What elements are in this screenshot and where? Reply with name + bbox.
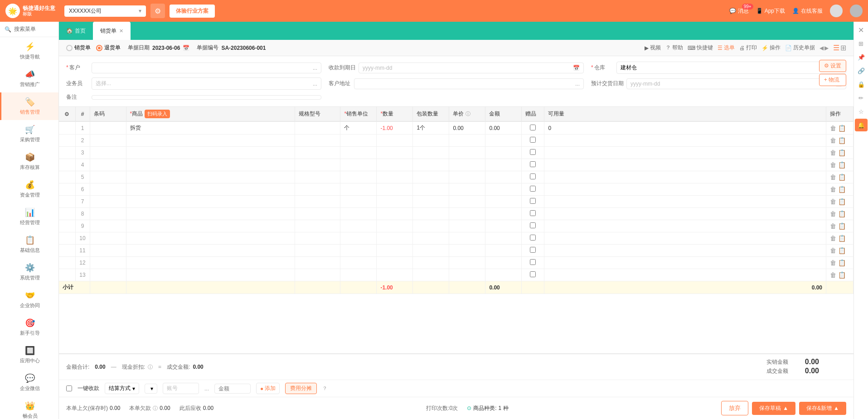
rs-grid-icon[interactable]: ⊞ [855,37,868,50]
cell-spec-4[interactable] [295,171,340,183]
cell-spec-12[interactable] [295,269,340,281]
cell-amount-11[interactable] [485,257,522,269]
sidebar-item-inventory[interactable]: 📦 库存核算 [0,148,58,175]
cell-unit-9[interactable] [340,232,377,245]
next-icon[interactable]: ▶ [824,45,829,51]
cell-price-11[interactable] [449,257,485,269]
cell-unit-4[interactable] [340,171,377,183]
copy-icon-0[interactable]: 📋 [838,125,846,132]
cell-pkg-11[interactable] [413,257,449,269]
sidebar-item-enterprise[interactable]: 🤝 企业协同 [0,286,58,313]
delete-icon-9[interactable]: 🗑 [830,235,836,242]
cell-spec-0[interactable] [295,121,340,135]
cell-amount-6[interactable] [485,196,522,208]
delete-icon-3[interactable]: 🗑 [830,161,836,169]
cell-amount-1[interactable] [485,135,522,147]
messages-button[interactable]: 💬 消息 99+ [729,7,749,15]
delete-icon-8[interactable]: 🗑 [830,222,836,230]
cell-barcode-8[interactable] [90,220,126,232]
cell-unit-10[interactable] [340,245,377,257]
cell-barcode-4[interactable] [90,171,126,183]
cell-barcode-7[interactable] [90,208,126,220]
copy-icon-1[interactable]: 📋 [838,137,846,144]
save-draft-arrow-icon[interactable]: ▲ [783,405,788,411]
cell-amount-9[interactable] [485,232,522,245]
copy-icon-11[interactable]: 📋 [838,259,846,266]
copy-icon-12[interactable]: 📋 [838,271,846,279]
cell-unit-2[interactable] [340,147,377,159]
rs-edit-icon[interactable]: ✏ [855,92,868,104]
account-more-icon[interactable]: ... [204,385,209,392]
right-sidebar-close[interactable]: ✕ [855,24,868,36]
cell-product-10[interactable] [126,245,295,257]
cell-spec-7[interactable] [295,208,340,220]
cell-gift-8[interactable] [522,220,544,232]
cell-pkg-8[interactable] [413,220,449,232]
copy-icon-2[interactable]: 📋 [838,149,846,156]
delete-icon-10[interactable]: 🗑 [830,247,836,254]
cell-price-6[interactable] [449,196,485,208]
account-input[interactable]: 账号 [163,383,199,394]
cell-product-4[interactable] [126,171,295,183]
delete-icon-12[interactable]: 🗑 [830,271,836,279]
cell-qty-10[interactable] [377,245,413,257]
due-date-input[interactable]: yyyy-mm-dd 📅 [359,63,584,73]
rs-pin-icon[interactable]: 📌 [855,51,868,63]
search-menu-item[interactable]: 🔍 搜索菜单 [0,22,58,37]
cell-barcode-0[interactable] [90,121,126,135]
cell-spec-8[interactable] [295,220,340,232]
calc-method2-selector[interactable]: ▾ [145,384,157,394]
split-help-icon[interactable]: ？ [322,385,327,392]
cell-product-0[interactable]: 拆货 [126,121,295,135]
price-info-icon[interactable]: ⓘ [466,111,470,116]
select-order-button[interactable]: ☰ 选单 [718,44,735,52]
cell-barcode-12[interactable] [90,269,126,281]
list-view-icon[interactable]: ☰ [833,43,839,52]
cell-spec-9[interactable] [295,232,340,245]
sidebar-item-finance[interactable]: 💰 资金管理 [0,175,58,203]
stat-owe-info[interactable]: ⓘ [153,405,158,412]
cell-unit-11[interactable] [340,257,377,269]
avatar-secondary[interactable] [850,5,863,17]
delete-icon-11[interactable]: 🗑 [830,259,836,266]
abandon-button[interactable]: 放弃 [721,401,748,415]
cell-product-8[interactable] [126,220,295,232]
save-new-arrow-icon[interactable]: ▲ [834,405,839,411]
sidebar-item-purchase[interactable]: 🛒 采购管理 [0,120,58,148]
cell-product-1[interactable] [126,135,295,147]
one-click-checkbox[interactable] [66,385,72,391]
addr-more-icon[interactable]: ... [575,81,580,87]
cell-gift-12[interactable] [522,269,544,281]
cell-qty-0[interactable]: -1.00 [377,121,413,135]
tab-sale-order[interactable]: 销货单 ✕ [93,22,131,40]
customer-addr-input[interactable]: ... [354,78,584,89]
cell-pkg-7[interactable] [413,208,449,220]
cell-unit-3[interactable] [340,159,377,171]
video-button[interactable]: ▶ 视频 [645,44,661,52]
cell-product-12[interactable] [126,269,295,281]
print-button[interactable]: 🖨 打印 [739,44,757,52]
cell-barcode-9[interactable] [90,232,126,245]
cell-product-7[interactable] [126,208,295,220]
sidebar-item-sales[interactable]: 🏷️ 销售管理 [0,92,58,120]
copy-icon-9[interactable]: 📋 [838,235,846,242]
tab-home[interactable]: 🏠 首页 [59,22,93,40]
cell-pkg-9[interactable] [413,232,449,245]
cell-amount-5[interactable] [485,183,522,196]
delete-icon-0[interactable]: 🗑 [830,125,836,132]
cell-qty-5[interactable] [377,183,413,196]
cell-qty-4[interactable] [377,171,413,183]
cell-qty-3[interactable] [377,159,413,171]
cell-qty-7[interactable] [377,208,413,220]
radio-return[interactable]: 退货单 [96,44,121,52]
cell-qty-8[interactable] [377,220,413,232]
salesman-input[interactable]: 选择... ... [92,77,321,90]
cell-amount-3[interactable] [485,159,522,171]
scan-button[interactable]: 扫码录入 [145,110,170,118]
cell-pkg-2[interactable] [413,147,449,159]
cell-gift-9[interactable] [522,232,544,245]
help-button[interactable]: ？ 帮助 [665,44,683,52]
cell-pkg-4[interactable] [413,171,449,183]
cell-price-8[interactable] [449,220,485,232]
cell-barcode-10[interactable] [90,245,126,257]
